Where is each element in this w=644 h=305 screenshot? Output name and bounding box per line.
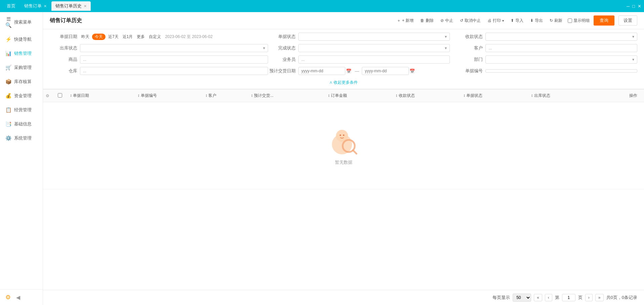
date-btn-custom[interactable]: 自定义 [147, 34, 162, 40]
th-outbound-status: ↕ 出库状态 [528, 89, 596, 102]
last-page-button[interactable]: » [595, 294, 604, 301]
sidebar-item-inventory-mgmt[interactable]: 📦 库存核算 [0, 75, 43, 89]
sidebar-item-operation-mgmt[interactable]: 📋 经营管理 [0, 103, 43, 117]
sidebar-item-search-menu[interactable]: ☰🔍 搜索菜单 [0, 12, 43, 32]
date-range-text: 2023-06-02 至 2023-06-02 [165, 34, 212, 40]
department-select[interactable]: ▾ [485, 55, 637, 64]
prev-page-button[interactable]: ‹ [545, 294, 552, 301]
filter-department-col: 部门 ▾ [450, 55, 637, 64]
calendar-from-icon[interactable]: 📅 [346, 69, 351, 74]
new-button[interactable]: ＋ + 新增 [395, 17, 415, 24]
product-input[interactable]: ... [80, 55, 268, 64]
th-checkbox [55, 89, 67, 102]
table-settings-icon[interactable]: ⚙ [46, 93, 49, 98]
order-no-label: 单据编号 [455, 68, 485, 74]
completion-status-select[interactable]: ▾ [298, 44, 450, 52]
customer-input[interactable]: ... [485, 44, 637, 52]
warehouse-label: 仓库 [50, 68, 80, 74]
total-text: 共0页，0条记录 [606, 295, 637, 301]
sidebar-item-basic-info[interactable]: 📑 基础信息 [0, 117, 43, 131]
date-btn-7days[interactable]: 近7天 [107, 34, 120, 40]
delivery-date-to-input[interactable] [362, 67, 409, 75]
date-btn-today[interactable]: 今天 [92, 34, 105, 40]
sidebar-collapse-icon[interactable]: ◀ [16, 294, 20, 301]
close-icon[interactable]: ✕ [638, 4, 641, 9]
completion-arrow-icon: ▾ [445, 46, 447, 50]
empty-illustration [327, 126, 360, 159]
sidebar-item-quick-nav[interactable]: ⚡ 快捷导航 [0, 32, 43, 46]
sidebar-item-basic-info-label: 基础信息 [14, 121, 32, 127]
collapse-filter-btn[interactable]: ∧ 收起更多条件 [50, 78, 637, 87]
print-button[interactable]: 🖨 打印 ▾ [486, 17, 505, 24]
toolbar: ＋ + 新增 🗑 删除 ⊘ 中止 ↺ 取消中止 🖨 打印 [395, 15, 637, 26]
delete-button[interactable]: 🗑 删除 [419, 17, 435, 24]
setting-button[interactable]: 设置 [618, 15, 637, 26]
svg-point-5 [343, 135, 344, 136]
date-btn-yesterday[interactable]: 昨天 [80, 34, 91, 40]
warehouse-input[interactable]: ... [80, 67, 268, 75]
tab-sales-order-close[interactable]: ✕ [44, 4, 47, 8]
filter-receipt-status-col: 收款状态 ▾ [450, 33, 637, 41]
order-no-input[interactable] [485, 69, 637, 73]
show-detail-checkbox[interactable] [568, 18, 572, 23]
th-order-status: ↕ 单据状态 [461, 89, 528, 102]
page-number-input[interactable] [562, 294, 575, 301]
next-page-button[interactable]: › [585, 294, 593, 301]
tab-sales-order-label: 销售订单 [24, 3, 42, 9]
th-receipt-status: ↕ 收款状态 [393, 89, 461, 102]
sidebar-settings-icon[interactable]: ⚙ [5, 294, 11, 301]
order-status-select[interactable]: ▾ [298, 33, 450, 41]
select-all-checkbox[interactable] [58, 93, 62, 98]
filter-area: 单据日期 昨天 今天 近7天 近1月 更多 自定义 2023-06-02 至 2… [43, 29, 644, 89]
stop-icon: ⊘ [440, 18, 444, 23]
receipt-status-select[interactable]: ▾ [485, 33, 637, 41]
department-arrow-icon: ▾ [632, 57, 634, 62]
date-separator: — [355, 69, 359, 74]
calendar-to-icon[interactable]: 📅 [410, 69, 415, 74]
tab-sales-order-history-close[interactable]: ✕ [84, 4, 87, 8]
salesperson-dots: ... [301, 57, 305, 62]
warehouse-dots: ... [83, 69, 86, 73]
receipt-status-label: 收款状态 [455, 34, 485, 40]
tab-sales-order-history[interactable]: 销售订单历史 ✕ [51, 1, 91, 11]
top-bar: 首页 销售订单 ✕ 销售订单历史 ✕ ─ □ ✕ [0, 0, 644, 12]
date-btn-1month[interactable]: 近1月 [121, 34, 134, 40]
maximize-icon[interactable]: □ [632, 4, 635, 9]
th-customer: ↕ 客户 [203, 89, 248, 102]
date-quick-btns: 昨天 今天 近7天 近1月 更多 自定义 [80, 34, 162, 40]
product-dots: ... [83, 57, 86, 62]
tab-sales-order-history-label: 销售订单历史 [55, 3, 82, 9]
svg-line-3 [353, 150, 356, 154]
content-area: 销售订单历史 ＋ + 新增 🗑 删除 ⊘ 中止 ↺ 取消中止 [43, 12, 644, 305]
sidebar-item-purchase-mgmt[interactable]: 🛒 采购管理 [0, 61, 43, 75]
sidebar-item-system-mgmt[interactable]: ⚙️ 系统管理 [0, 131, 43, 145]
product-label: 商品 [50, 56, 80, 63]
th-settings: ⚙ [43, 89, 55, 102]
export-button[interactable]: ⬇ 导出 [529, 17, 544, 24]
filter-order-no-col: 单据编号 [450, 68, 637, 74]
first-page-button[interactable]: « [534, 294, 542, 301]
minimize-icon[interactable]: ─ [627, 4, 630, 9]
outbound-status-select[interactable]: ▾ [80, 44, 268, 52]
refresh-button[interactable]: ↻ 刷新 [548, 17, 564, 24]
export-icon: ⬇ [530, 18, 533, 23]
salesperson-input[interactable]: ... [298, 55, 450, 64]
table-area: ⚙ ↕ 单据日期 ↕ 单据编号 ↕ 客户 [43, 89, 644, 290]
sidebar-item-capital-mgmt[interactable]: 💰 资金管理 [0, 89, 43, 103]
page-header: 销售订单历史 ＋ + 新增 🗑 删除 ⊘ 中止 ↺ 取消中止 [43, 12, 644, 29]
page-size-select[interactable]: 50 10 20 100 [513, 294, 531, 302]
tab-home[interactable]: 首页 [3, 1, 19, 11]
stop-button[interactable]: ⊘ 中止 [439, 17, 455, 24]
sidebar-item-search-menu-label: 搜索菜单 [14, 19, 32, 25]
show-detail-checkbox-label[interactable]: 显示明细 [568, 18, 590, 24]
cancel-stop-button[interactable]: ↺ 取消中止 [459, 17, 482, 24]
date-btn-more[interactable]: 更多 [135, 34, 146, 40]
import-button[interactable]: ⬆ 导入 [509, 17, 525, 24]
sidebar-item-sales-mgmt[interactable]: 📊 销售管理 [0, 46, 43, 61]
delivery-date-from-input[interactable] [298, 67, 345, 75]
completion-status-label: 完成状态 [268, 45, 298, 51]
inventory-mgmt-icon: 📦 [5, 79, 11, 85]
query-button[interactable]: 查询 [594, 15, 614, 26]
date-control: 昨天 今天 近7天 近1月 更多 自定义 2023-06-02 至 2023-0… [80, 34, 268, 40]
tab-sales-order[interactable]: 销售订单 ✕ [20, 1, 51, 11]
